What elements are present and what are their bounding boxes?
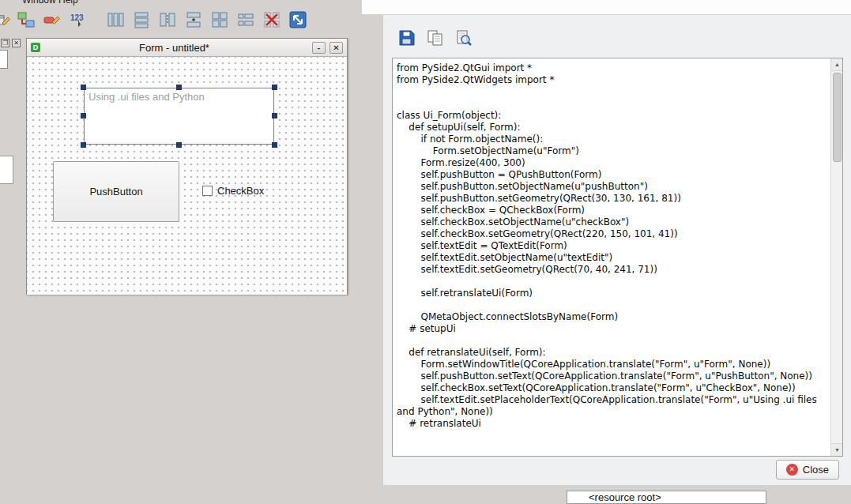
adjust-size-button[interactable]: [288, 9, 308, 30]
close-button-label: Close: [803, 464, 829, 476]
lay-out-grid-button[interactable]: [209, 9, 230, 30]
lay-out-horizontally-icon: [106, 10, 125, 29]
edit-widgets-icon: [0, 10, 12, 29]
adjust-size-icon: [288, 10, 307, 29]
checkbox-widget[interactable]: CheckBox: [202, 185, 264, 197]
break-layout-button[interactable]: [262, 9, 282, 30]
designer-form-icon: D: [31, 43, 40, 52]
edit-signals-slots-icon: [17, 10, 36, 29]
resource-browser-fragment: <resource root>: [567, 491, 766, 504]
save-icon: [397, 28, 416, 47]
selection-handle-w[interactable]: [81, 113, 86, 118]
dock-float-button[interactable]: ❐: [1, 39, 9, 47]
qt-designer-screen: Window Help 123: [0, 0, 851, 504]
form-canvas[interactable]: Using .ui files and Python PushButton Ch…: [27, 57, 347, 295]
selection-handle-e[interactable]: [272, 113, 277, 118]
lay-out-vertical-splitter-button[interactable]: [183, 9, 204, 30]
find-icon: [454, 28, 473, 47]
lay-out-grid-icon: [210, 10, 229, 29]
form-window-title: Form - untitled*: [40, 42, 308, 54]
code-text-area[interactable]: from PySide2.QtGui import * from PySide2…: [392, 58, 843, 457]
edit-tab-order-icon: 123: [69, 10, 88, 29]
lay-out-form-layout-icon: [236, 10, 255, 29]
lay-out-horizontal-splitter-button[interactable]: [157, 9, 178, 30]
selection-handle-s[interactable]: [176, 142, 182, 148]
selection-handle-se[interactable]: [272, 142, 277, 148]
textedit-box[interactable]: Using .ui files and Python: [84, 88, 274, 145]
code-preview-dialog: from PySide2.QtGui import * from PySide2…: [382, 14, 851, 486]
generated-python-code[interactable]: from PySide2.QtGui import * from PySide2…: [393, 58, 830, 434]
checkbox-indicator[interactable]: [202, 186, 213, 196]
lay-out-form-layout-button[interactable]: [235, 9, 256, 30]
break-layout-icon: [262, 10, 281, 29]
menubar: Window Help: [0, 0, 363, 6]
copy-button[interactable]: [424, 28, 446, 48]
selection-handle-ne[interactable]: [272, 85, 277, 90]
scroll-down-icon[interactable]: ▼: [831, 443, 843, 456]
background-window-strip: [362, 0, 851, 14]
edit-tab-order-button[interactable]: 123: [68, 9, 88, 30]
checkbox-label: CheckBox: [217, 185, 264, 197]
lay-out-vertically-icon: [132, 10, 151, 29]
lay-out-vertically-button[interactable]: [131, 9, 152, 30]
lay-out-vertical-splitter-icon: [184, 10, 203, 29]
menu-item-window[interactable]: Window: [22, 0, 56, 6]
edit-buddies-icon: [43, 10, 62, 29]
pushbutton-widget[interactable]: PushButton: [53, 161, 179, 222]
form-minimize-button[interactable]: -: [312, 42, 326, 54]
find-button[interactable]: [453, 28, 475, 48]
textedit-widget[interactable]: Using .ui files and Python: [84, 88, 274, 145]
edit-signals-slots-button[interactable]: [16, 9, 36, 30]
lay-out-horizontally-button[interactable]: [105, 9, 126, 30]
widgetbox-filter-fragment[interactable]: [0, 50, 8, 69]
edit-buddies-button[interactable]: [42, 9, 62, 30]
lay-out-horizontal-splitter-icon: [158, 10, 177, 29]
form-window-titlebar[interactable]: D Form - untitled* - ✕: [27, 39, 347, 57]
menu-item-help[interactable]: Help: [58, 0, 78, 6]
svg-text:123: 123: [70, 13, 84, 22]
selection-handle-n[interactable]: [176, 85, 182, 90]
code-vertical-scrollbar[interactable]: ▲ ▼: [830, 58, 842, 456]
resource-root-item[interactable]: <resource root>: [567, 491, 766, 504]
textedit-placeholder: Using .ui files and Python: [88, 91, 205, 103]
selection-handle-nw[interactable]: [81, 85, 86, 90]
dock-close-button[interactable]: ✕: [12, 39, 21, 47]
selection-handle-sw[interactable]: [81, 142, 86, 148]
close-dialog-button[interactable]: ✕ Close: [776, 460, 839, 480]
form-close-button[interactable]: ✕: [329, 42, 343, 54]
scrollbar-thumb[interactable]: [833, 73, 842, 162]
edit-widgets-button[interactable]: [0, 9, 13, 30]
code-dialog-toolbar: [396, 28, 475, 50]
save-button[interactable]: [396, 28, 418, 48]
close-circle-icon: ✕: [786, 464, 798, 476]
copy-icon: [426, 28, 445, 47]
left-panel-fragment: [0, 156, 13, 184]
form-editor-window: D Form - untitled* - ✕ Using .ui files a…: [26, 38, 348, 295]
scroll-up-icon[interactable]: ▲: [831, 58, 843, 71]
designer-toolbar: 123: [0, 8, 363, 33]
